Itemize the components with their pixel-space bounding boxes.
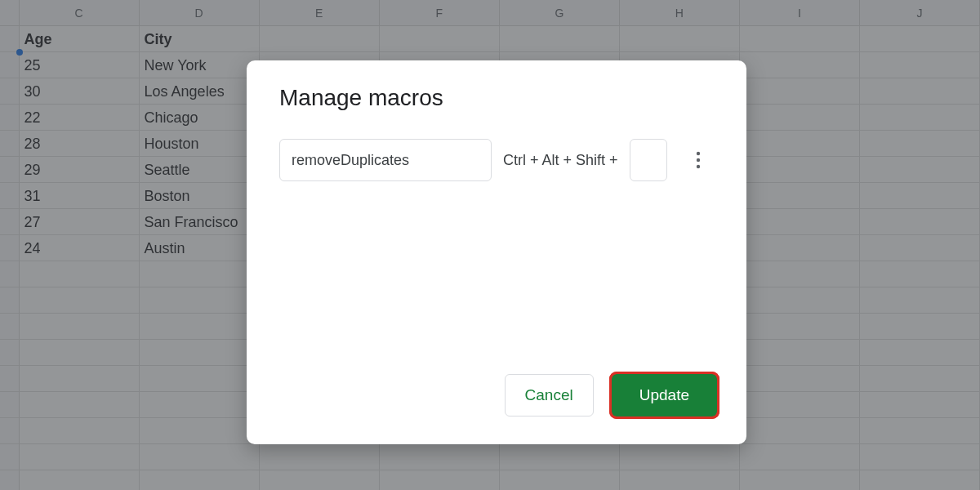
svg-point-1 bbox=[696, 158, 699, 162]
svg-point-2 bbox=[696, 165, 699, 168]
dialog-actions: Cancel Update bbox=[505, 374, 717, 416]
macro-row: Ctrl + Alt + Shift + bbox=[279, 139, 714, 181]
manage-macros-dialog: Manage macros Ctrl + Alt + Shift + Cance… bbox=[247, 60, 746, 444]
more-vert-icon bbox=[696, 150, 701, 170]
macro-name-input[interactable] bbox=[279, 139, 492, 181]
dialog-title: Manage macros bbox=[279, 85, 714, 111]
shortcut-key-input[interactable] bbox=[630, 139, 667, 181]
shortcut-prefix-label: Ctrl + Alt + Shift + bbox=[503, 152, 618, 169]
svg-point-0 bbox=[696, 152, 699, 155]
more-options-button[interactable] bbox=[684, 144, 713, 176]
update-button[interactable]: Update bbox=[612, 374, 717, 416]
cancel-button[interactable]: Cancel bbox=[505, 374, 594, 416]
